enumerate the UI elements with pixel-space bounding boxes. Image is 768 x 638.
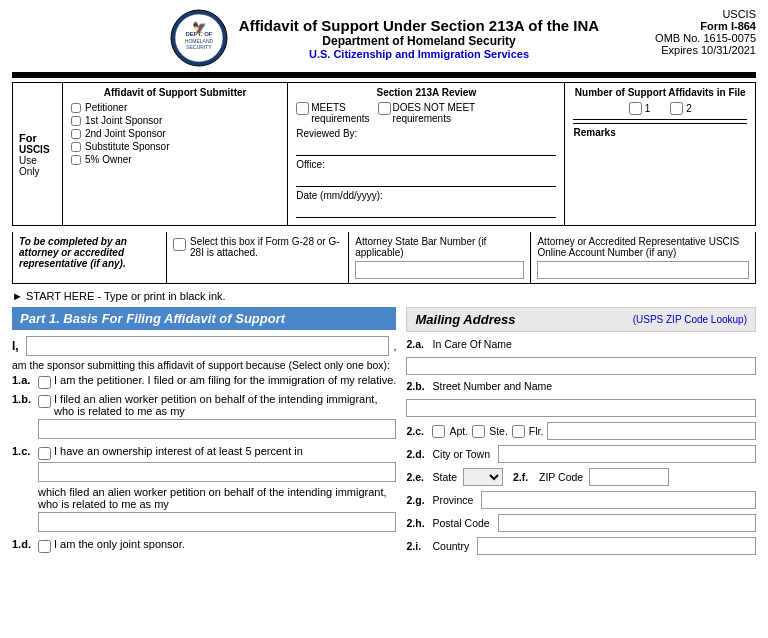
flr-label: Flr. — [529, 425, 544, 437]
addr-2e-label: State — [432, 471, 457, 483]
number-checkboxes: 1 2 — [573, 102, 747, 115]
addr-2c-row: 2.c. Apt. Ste. Flr. — [406, 422, 756, 440]
submitter-column: Affidavit of Support Submitter Petitione… — [63, 83, 288, 225]
sponsor-name-input[interactable] — [26, 336, 389, 356]
number-1: 1 — [629, 102, 651, 115]
addr-2f-label: ZIP Code — [539, 471, 583, 483]
addr-2h-row: 2.h. Postal Code — [406, 514, 756, 532]
number-2-checkbox[interactable] — [670, 102, 683, 115]
petitioner-label: Petitioner — [85, 102, 127, 113]
review-title: Section 213A Review — [296, 87, 556, 98]
item-1b-content: I filed an alien worker petition on beha… — [38, 393, 396, 441]
addr-2a-row: 2.a. In Care Of Name — [406, 338, 756, 375]
ste-checkbox[interactable] — [472, 425, 485, 438]
does-not-meet-checkbox[interactable] — [378, 102, 391, 115]
addr-2i-row: 2.i. Country — [406, 537, 756, 555]
country-input[interactable] — [477, 537, 756, 555]
item-1b-text: I filed an alien worker petition on beha… — [54, 393, 396, 417]
number-title: Number of Support Affidavits in File — [573, 87, 747, 98]
petitioner-checkbox[interactable] — [71, 103, 81, 113]
item-1b-input[interactable] — [38, 419, 396, 439]
addr-2d-num: 2.d. — [406, 448, 428, 460]
remarks-section: Remarks — [573, 123, 747, 138]
item-1c-company-input[interactable] — [38, 462, 396, 482]
addr-2i-num: 2.i. — [406, 540, 428, 552]
svg-text:SECURITY: SECURITY — [186, 44, 212, 50]
submitter-petitioner: Petitioner — [71, 102, 279, 113]
flr-checkbox[interactable] — [512, 425, 525, 438]
item-1b-num: 1.b. — [12, 393, 34, 405]
submitter-5pct: 5% Owner — [71, 154, 279, 165]
usps-link[interactable]: (USPS ZIP Code Lookup) — [633, 314, 747, 325]
state-select[interactable] — [463, 468, 503, 486]
form-header: DEPT. OF HOMELAND SECURITY 🦅 Affidavit o… — [12, 8, 756, 68]
item-1c: 1.c. I have an ownership interest of at … — [12, 445, 396, 534]
province-input[interactable] — [481, 491, 756, 509]
item-1c-relation-input[interactable] — [38, 512, 396, 532]
substitute-label: Substitute Sponsor — [85, 141, 170, 152]
city-input[interactable] — [498, 445, 756, 463]
expires-date: Expires 10/31/2021 — [655, 44, 756, 56]
svg-text:🦅: 🦅 — [191, 20, 206, 35]
5pct-checkbox[interactable] — [71, 155, 81, 165]
5pct-label: 5% Owner — [85, 154, 132, 165]
item-1d-checkbox[interactable] — [38, 540, 51, 553]
i-label: I, — [12, 339, 22, 353]
attorney-row: To be completed by an attorney or accred… — [12, 232, 756, 284]
item-1c-num: 1.c. — [12, 445, 34, 457]
rep-account-input[interactable] — [537, 261, 749, 279]
item-1c-checkbox[interactable] — [38, 447, 51, 460]
1st-joint-label: 1st Joint Sponsor — [85, 115, 162, 126]
addr-2h-num: 2.h. — [406, 517, 428, 529]
form-id-block: USCIS Form I-864 OMB No. 1615-0075 Expir… — [655, 8, 756, 56]
agency-logo: DEPT. OF HOMELAND SECURITY 🦅 — [169, 8, 229, 68]
item-1a-checkbox[interactable] — [38, 376, 51, 389]
form-number: Form I-864 — [655, 20, 756, 32]
review-column: Section 213A Review MEETS requirements D… — [288, 83, 565, 225]
number-1-checkbox[interactable] — [629, 102, 642, 115]
item-1a-num: 1.a. — [12, 374, 34, 386]
addr-2d-row: 2.d. City or Town — [406, 445, 756, 463]
submitter-title: Affidavit of Support Submitter — [71, 87, 279, 98]
addr-2a-input[interactable] — [406, 357, 756, 375]
review-checkboxes: MEETS requirements DOES NOT MEET require… — [296, 102, 556, 124]
apt-input[interactable] — [547, 422, 756, 440]
item-1b-checkbox[interactable] — [38, 395, 51, 408]
uscis-use-label: For USCIS Use Only — [13, 83, 63, 225]
addr-2g-row: 2.g. Province — [406, 491, 756, 509]
addr-2b-input[interactable] — [406, 399, 756, 417]
addr-2ef-row: 2.e. State 2.f. ZIP Code — [406, 468, 756, 486]
substitute-checkbox[interactable] — [71, 142, 81, 152]
2nd-joint-checkbox[interactable] — [71, 129, 81, 139]
attorney-left-text: To be completed by an attorney or accred… — [13, 232, 167, 283]
ste-label: Ste. — [489, 425, 508, 437]
bar-number-input[interactable] — [355, 261, 524, 279]
item-1d-content: I am the only joint sponsor. — [38, 538, 185, 553]
addr-2b-row: 2.b. Street Number and Name — [406, 380, 756, 417]
i-suffix: , — [393, 340, 396, 352]
postal-code-input[interactable] — [498, 514, 756, 532]
number-2: 2 — [670, 102, 692, 115]
left-column: Part 1. Basis For Filing Affidavit of Su… — [12, 307, 396, 560]
main-content: Part 1. Basis For Filing Affidavit of Su… — [12, 307, 756, 560]
zip-input[interactable] — [589, 468, 669, 486]
submitter-2nd-joint: 2nd Joint Sponsor — [71, 128, 279, 139]
meets-check: MEETS requirements — [296, 102, 369, 124]
addr-2h-label: Postal Code — [432, 517, 489, 529]
agency-name: Department of Homeland Security — [239, 34, 599, 48]
addr-2a-label: In Care Of Name — [432, 338, 511, 350]
rep-account-section: Attorney or Accredited Representative US… — [531, 232, 755, 283]
1st-joint-checkbox[interactable] — [71, 116, 81, 126]
meets-label: MEETS requirements — [311, 102, 369, 124]
item-1c-text1: I have an ownership interest of at least… — [54, 445, 303, 457]
apt-checkbox[interactable] — [432, 425, 445, 438]
form-title: Affidavit of Support Under Section 213A … — [239, 17, 599, 34]
addr-2e-num: 2.e. — [406, 471, 428, 483]
start-here-text: ► START HERE - Type or print in black in… — [12, 290, 756, 302]
mailing-header: Mailing Address (USPS ZIP Code Lookup) — [406, 307, 756, 332]
item-1c-text2: which filed an alien worker petition on … — [38, 486, 396, 510]
2nd-joint-label: 2nd Joint Sponsor — [85, 128, 166, 139]
g28-checkbox[interactable] — [173, 238, 186, 251]
submitter-1st-joint: 1st Joint Sponsor — [71, 115, 279, 126]
meets-checkbox[interactable] — [296, 102, 309, 115]
